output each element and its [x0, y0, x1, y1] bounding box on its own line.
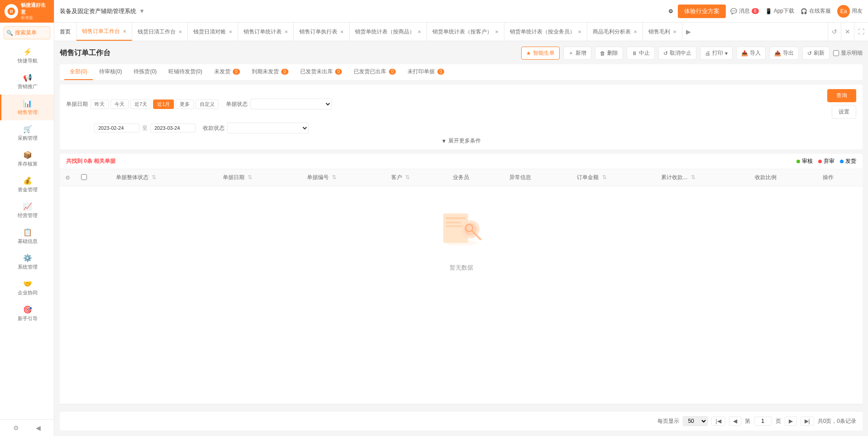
sort-collected-icon: ⇅	[691, 174, 695, 180]
date-filter-label: 单据日期	[66, 100, 88, 108]
sidebar-item-cooperation[interactable]: 🤝 企业协同	[0, 275, 54, 301]
date-end-input[interactable]	[150, 123, 196, 133]
query-btn[interactable]: 查询	[827, 89, 856, 102]
tab-sales-stat[interactable]: 销售订单统计表 ✕	[238, 23, 294, 41]
industry-btn[interactable]: 体验行业方案	[678, 5, 726, 18]
sidebar-item-inventory[interactable]: 📦 库存核算	[0, 146, 54, 172]
user-action[interactable]: Ea 用友	[837, 5, 863, 18]
tabbar-more-btn[interactable]: ▶	[682, 28, 695, 35]
date-7days-btn[interactable]: 近7天	[130, 100, 151, 109]
tab-close-icon[interactable]: ✕	[673, 29, 676, 34]
tab-close-icon[interactable]: ✕	[495, 29, 499, 34]
th-number[interactable]: 单据编号 ⇅	[302, 169, 386, 186]
filter-tab-pending-pick[interactable]: 待拣货(0)	[128, 64, 162, 80]
quick-revoke-btn[interactable]: 弃审	[818, 157, 834, 165]
tab-sales-by-salesperson[interactable]: 销货单统计表（按业务员） ✕	[504, 23, 587, 41]
online-service-action[interactable]: 🎧 在线客服	[801, 7, 831, 15]
add-btn[interactable]: ＋ 新增	[563, 47, 591, 60]
page-input[interactable]	[754, 417, 772, 426]
filter-tab-shipped-out[interactable]: 已发货已出库 0	[348, 64, 401, 80]
sidebar-item-marketing[interactable]: 📢 营销推广	[0, 69, 54, 95]
filter-tab-shop-pending[interactable]: 旺铺待发货(0)	[163, 64, 208, 80]
column-settings-icon[interactable]: ⚙	[65, 175, 70, 181]
import-btn[interactable]: 📥 导入	[736, 47, 766, 60]
sidebar-item-purchase[interactable]: 🛒 采购管理	[0, 120, 54, 146]
horizontal-scrollbar[interactable]	[60, 404, 863, 411]
tab-reconcile[interactable]: 钱货日清对账 ✕	[188, 23, 238, 41]
tab-close-icon[interactable]: ✕	[578, 29, 581, 34]
quick-ship-btn[interactable]: 发货	[840, 157, 856, 165]
tab-action-refresh[interactable]: ↺	[828, 23, 841, 41]
next-page-btn[interactable]: ▶	[785, 417, 797, 426]
sidebar-item-management[interactable]: 📈 经营管理	[0, 198, 54, 223]
tab-home[interactable]: 首页	[54, 23, 77, 41]
date-custom-btn[interactable]: 自定义	[196, 100, 219, 109]
filter-tab-unprinted[interactable]: 未打印单据 0	[402, 64, 450, 80]
sidebar-item-finance[interactable]: 💰 资金管理	[0, 172, 54, 198]
print-btn[interactable]: 🖨 打印 ▾	[700, 47, 733, 60]
tab-action-close-all[interactable]: ✕	[841, 23, 854, 41]
tab-action-expand[interactable]: ⛶	[854, 23, 868, 41]
th-amount[interactable]: 订单金额 ⇅	[571, 169, 656, 186]
expand-btn[interactable]: ▼ 展开更多条件	[441, 137, 481, 145]
tab-close-icon[interactable]: ✕	[417, 29, 421, 34]
status-select[interactable]	[250, 99, 332, 109]
date-more-btn[interactable]: 更多	[176, 100, 194, 109]
tab-sales-exec[interactable]: 销售订单执行表 ✕	[294, 23, 350, 41]
first-page-btn[interactable]: |◀	[711, 417, 725, 426]
prev-page-btn[interactable]: ◀	[729, 417, 741, 426]
th-collected[interactable]: 累计收款... ⇅	[656, 169, 749, 186]
settings-icon[interactable]: ⚙	[13, 424, 19, 431]
date-yesterday-btn[interactable]: 昨天	[91, 100, 109, 109]
th-payment-ratio: 收款比例	[749, 169, 817, 186]
per-page-select[interactable]: 10 20 50 100	[683, 416, 708, 426]
tab-sales-by-product[interactable]: 销货单统计表（按商品） ✕	[350, 23, 427, 41]
tab-close-icon[interactable]: ✕	[340, 29, 344, 34]
th-status[interactable]: 单据整体状态 ⇅	[110, 169, 217, 186]
tab-close-icon[interactable]: ✕	[178, 29, 182, 34]
search-menu-button[interactable]: 🔍 搜索菜单	[4, 26, 50, 39]
last-page-btn[interactable]: ▶|	[801, 417, 814, 426]
filter-tab-all[interactable]: 全部(0)	[64, 64, 93, 80]
cancel-stop-btn[interactable]: ↺ 取消中止	[658, 47, 696, 60]
show-detail-checkbox[interactable]	[833, 50, 839, 56]
tab-close-icon[interactable]: ✕	[229, 29, 232, 34]
filter-tab-unshipped[interactable]: 未发货 0	[209, 64, 245, 80]
stop-btn[interactable]: ⏸ 中止	[627, 47, 655, 60]
filter-tab-overdue-unshipped[interactable]: 到期未发货 0	[246, 64, 294, 80]
filter-tab-pending-audit[interactable]: 待审核(0)	[94, 64, 128, 80]
th-date[interactable]: 单据日期 ⇅	[217, 169, 302, 186]
delete-btn[interactable]: 🗑 删除	[595, 47, 623, 60]
tab-daily-clear[interactable]: 钱货日清工作台 ✕	[132, 23, 188, 41]
date-1month-btn[interactable]: 近1月	[153, 100, 174, 109]
tab-sales-gross[interactable]: 销售毛利 ✕	[643, 23, 682, 41]
th-customer[interactable]: 客户 ⇅	[386, 169, 447, 186]
message-action[interactable]: 💬 消息 6	[730, 7, 759, 15]
sidebar-item-guide[interactable]: 🎯 新手引导	[0, 301, 54, 327]
quick-audit-btn[interactable]: 审核	[796, 157, 813, 165]
tab-close-icon[interactable]: ✕	[123, 29, 126, 34]
date-today-btn[interactable]: 今天	[110, 100, 129, 109]
tab-sales-order-workbench[interactable]: 销售订单工作台 ✕	[77, 23, 132, 41]
select-all-checkbox[interactable]	[81, 174, 87, 180]
title-dropdown-icon[interactable]: ▼	[139, 8, 145, 14]
export-btn[interactable]: 📤 导出	[769, 47, 799, 60]
smart-generate-btn[interactable]: ★ 智能生单	[521, 47, 560, 60]
sidebar-item-quick-nav[interactable]: ⚡ 快捷导航	[0, 43, 54, 69]
filter-tab-shipped-not-out[interactable]: 已发货未出库 0	[295, 64, 348, 80]
app-download-action[interactable]: 📱 App下载	[765, 7, 794, 15]
refresh-btn[interactable]: ↺ 刷新	[802, 47, 830, 60]
sidebar-item-system[interactable]: ⚙️ 系统管理	[0, 249, 54, 275]
tab-gross-profit[interactable]: 商品毛利分析表 ✕	[587, 23, 643, 41]
phone-icon: 📱	[765, 8, 772, 14]
date-start-input[interactable]	[94, 123, 139, 133]
set-btn[interactable]: 设置	[832, 105, 856, 119]
collapse-icon[interactable]: ◀	[36, 424, 41, 431]
tab-close-icon[interactable]: ✕	[284, 29, 288, 34]
payment-select[interactable]	[227, 123, 309, 133]
tab-sales-by-customer[interactable]: 销货单统计表（按客户） ✕	[427, 23, 504, 41]
sidebar-item-base-info[interactable]: 📋 基础信息	[0, 223, 54, 249]
sidebar-item-sales[interactable]: 📊 销售管理	[0, 95, 54, 120]
topbar-settings[interactable]: ⚙	[668, 8, 673, 14]
tab-close-icon[interactable]: ✕	[633, 29, 637, 34]
